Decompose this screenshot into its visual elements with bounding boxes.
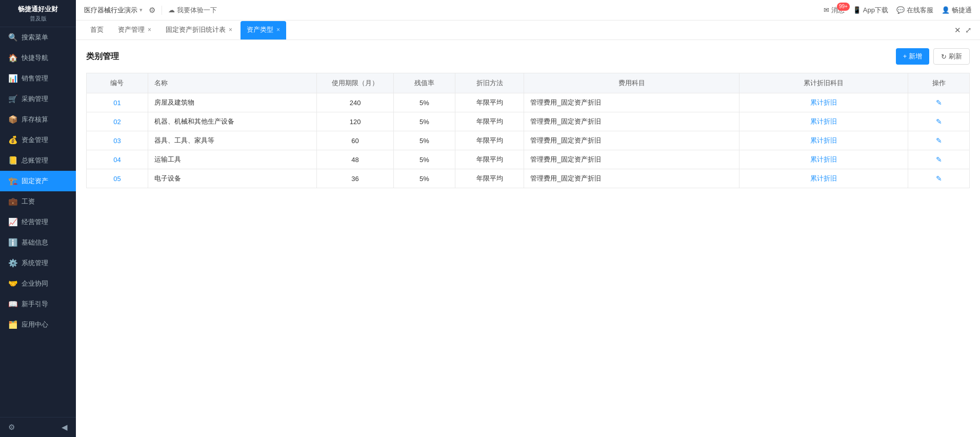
link-value[interactable]: 02 xyxy=(113,118,121,126)
cell-3: 5% xyxy=(393,131,455,150)
cell-7[interactable]: ✎ xyxy=(908,150,970,169)
search-icon: 🔍 xyxy=(8,33,17,42)
cell-4: 年限平均 xyxy=(455,131,524,150)
sidebar-label-quick-nav: 快捷导航 xyxy=(22,53,48,63)
tab-home[interactable]: 首页 xyxy=(84,21,110,39)
cell-3: 5% xyxy=(393,169,455,188)
sidebar-bottom: ⚙ ◀ xyxy=(0,417,76,437)
refresh-button[interactable]: ↻ 刷新 xyxy=(933,48,970,65)
sidebar-item-salary[interactable]: 💼工资 xyxy=(0,191,76,212)
sales-icon: 📊 xyxy=(8,74,17,83)
link-value[interactable]: 累计折旧 xyxy=(810,117,837,125)
link-value[interactable]: 累计折旧 xyxy=(810,98,837,106)
collapse-icon[interactable]: ◀ xyxy=(62,423,68,432)
app-icon: 📱 xyxy=(853,6,861,14)
tab-fixed-asset-table[interactable]: 固定资产折旧统计表× xyxy=(159,21,238,39)
tab-close-fixed-asset-table[interactable]: × xyxy=(229,26,232,33)
cell-6: 累计折旧 xyxy=(739,169,908,188)
link-value[interactable]: 01 xyxy=(113,99,121,107)
tab-asset-mgmt[interactable]: 资产管理× xyxy=(112,21,157,39)
edit-icon[interactable]: ✎ xyxy=(936,174,942,183)
cell-2: 36 xyxy=(317,169,394,188)
sidebar-item-sales[interactable]: 📊销售管理 xyxy=(0,68,76,89)
refresh-label: 刷新 xyxy=(949,52,962,61)
company-name: 医疗器械行业演示 xyxy=(84,6,137,15)
cell-7[interactable]: ✎ xyxy=(908,169,970,188)
cell-1: 房屋及建筑物 xyxy=(148,93,316,112)
link-value[interactable]: 05 xyxy=(113,175,121,183)
tab-label-home: 首页 xyxy=(90,25,104,34)
sidebar-item-search[interactable]: 🔍搜索菜单 xyxy=(0,27,76,48)
link-value[interactable]: 04 xyxy=(113,156,121,164)
table-body: 01房屋及建筑物2405%年限平均管理费用_固定资产折旧累计折旧✎02机器、机械… xyxy=(87,93,970,188)
cell-7[interactable]: ✎ xyxy=(908,93,970,112)
cell-5: 管理费用_固定资产折旧 xyxy=(524,131,739,150)
cell-7[interactable]: ✎ xyxy=(908,131,970,150)
sidebar: 畅捷通好业财 普及版 🔍搜索菜单🏠快捷导航📊销售管理🛒采购管理📦库存核算💰资金管… xyxy=(0,0,76,437)
tab-close-asset-type[interactable]: × xyxy=(276,26,280,33)
tabs-bar: 首页资产管理×固定资产折旧统计表×资产类型× ✕ ⤢ xyxy=(76,21,980,40)
cell-5: 管理费用_固定资产折旧 xyxy=(524,93,739,112)
corp-collab-icon: 🤝 xyxy=(8,279,17,288)
sidebar-item-purchase[interactable]: 🛒采购管理 xyxy=(0,89,76,109)
link-value[interactable]: 累计折旧 xyxy=(810,155,837,163)
sidebar-label-fixed-asset: 固定资产 xyxy=(22,176,48,186)
cell-3: 5% xyxy=(393,112,455,131)
cell-4: 年限平均 xyxy=(455,150,524,169)
edit-icon[interactable]: ✎ xyxy=(936,155,942,164)
tab-asset-type[interactable]: 资产类型× xyxy=(241,21,286,39)
guide-icon: 📖 xyxy=(8,300,17,309)
sys-mgmt-icon: ⚙️ xyxy=(8,259,17,268)
maximize-window-icon[interactable]: ⤢ xyxy=(965,26,972,35)
sidebar-item-guide[interactable]: 📖新手引导 xyxy=(0,294,76,314)
experience-btn[interactable]: ☁ 我要体验一下 xyxy=(168,6,217,15)
topbar-App下载[interactable]: 📱App下载 xyxy=(853,6,888,15)
fixed-asset-icon: 🏗️ xyxy=(8,176,17,186)
topbar: 医疗器械行业演示 ▾ ⚙ ☁ 我要体验一下 ✉99+消息📱App下载💬在线客服👤… xyxy=(76,0,980,21)
topbar-畅捷通[interactable]: 👤畅捷通 xyxy=(942,6,972,15)
tab-close-asset-mgmt[interactable]: × xyxy=(148,26,151,33)
close-window-icon[interactable]: ✕ xyxy=(954,26,961,35)
edit-icon[interactable]: ✎ xyxy=(936,98,942,107)
sidebar-label-corp-collab: 企业协同 xyxy=(22,279,48,288)
sidebar-item-quick-nav[interactable]: 🏠快捷导航 xyxy=(0,48,76,68)
settings-icon[interactable]: ⚙ xyxy=(8,423,15,432)
sidebar-item-app-center[interactable]: 🗂️应用中心 xyxy=(0,314,76,335)
edit-icon[interactable]: ✎ xyxy=(936,117,942,126)
table-row: 04运输工具485%年限平均管理费用_固定资产折旧累计折旧✎ xyxy=(87,150,970,169)
sidebar-item-inventory[interactable]: 📦库存核算 xyxy=(0,109,76,130)
sidebar-label-inventory: 库存核算 xyxy=(22,115,48,124)
refresh-icon: ↻ xyxy=(941,53,947,61)
sidebar-label-guide: 新手引导 xyxy=(22,300,48,309)
sidebar-item-corp-collab[interactable]: 🤝企业协同 xyxy=(0,273,76,294)
sidebar-item-ledger[interactable]: 📒总账管理 xyxy=(0,150,76,171)
link-value[interactable]: 03 xyxy=(113,137,121,145)
topbar-消息[interactable]: ✉99+消息 xyxy=(824,6,845,15)
base-info-icon: ℹ️ xyxy=(8,238,17,247)
cell-0: 02 xyxy=(87,112,148,131)
cell-6: 累计折旧 xyxy=(739,131,908,150)
sidebar-item-fixed-asset[interactable]: 🏗️固定资产 xyxy=(0,171,76,191)
service-icon: 💬 xyxy=(896,6,905,14)
cell-2: 48 xyxy=(317,150,394,169)
topbar-在线客服[interactable]: 💬在线客服 xyxy=(896,6,933,15)
link-value[interactable]: 累计折旧 xyxy=(810,136,837,144)
company-selector[interactable]: 医疗器械行业演示 ▾ xyxy=(84,6,143,15)
sidebar-item-base-info[interactable]: ℹ️基础信息 xyxy=(0,232,76,253)
category-table: 编号名称使用期限（月）残值率折旧方法费用科目累计折旧科目操作 01房屋及建筑物2… xyxy=(86,73,970,188)
edit-icon[interactable]: ✎ xyxy=(936,136,942,145)
sidebar-item-sys-mgmt[interactable]: ⚙️系统管理 xyxy=(0,253,76,273)
app-title: 畅捷通好业财 xyxy=(18,5,58,14)
main-area: 医疗器械行业演示 ▾ ⚙ ☁ 我要体验一下 ✉99+消息📱App下载💬在线客服👤… xyxy=(76,0,980,437)
table-row: 02机器、机械和其他生产设备1205%年限平均管理费用_固定资产折旧累计折旧✎ xyxy=(87,112,970,131)
sidebar-item-operations[interactable]: 📈经营管理 xyxy=(0,212,76,232)
sidebar-label-purchase: 采购管理 xyxy=(22,94,48,104)
cell-1: 电子设备 xyxy=(148,169,316,188)
add-button[interactable]: + 新增 xyxy=(896,48,929,65)
cell-7[interactable]: ✎ xyxy=(908,112,970,131)
cell-0: 04 xyxy=(87,150,148,169)
window-controls: ✕ ⤢ xyxy=(954,26,972,35)
link-value[interactable]: 累计折旧 xyxy=(810,174,837,182)
sidebar-item-capital[interactable]: 💰资金管理 xyxy=(0,130,76,150)
topbar-gear-icon[interactable]: ⚙ xyxy=(149,6,155,15)
